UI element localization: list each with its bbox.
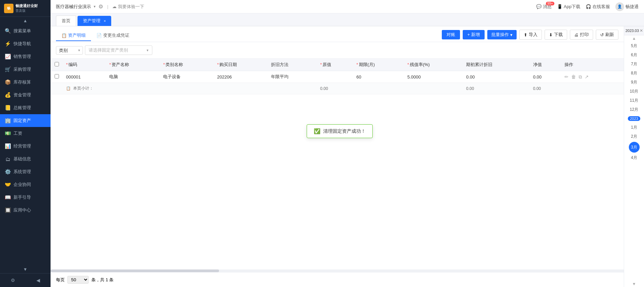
timeline-month-10月[interactable]: 10月 [624,87,644,96]
total-label: 条，共 1 条 [91,277,114,283]
th-period: *期限(月) [353,59,404,71]
topbar-settings-icon[interactable]: ⚙ [98,3,103,10]
sidebar-label-4: 库存核算 [13,79,31,85]
reconcile-btn[interactable]: 对账 [442,30,460,39]
sidebar-item-系统管理[interactable]: ⚙️系统管理 [0,165,51,178]
sidebar-scroll-up[interactable]: ▲ [0,17,51,25]
timeline-month-11月[interactable]: 11月 [624,96,644,105]
category-select-wrapper: 类别 [56,46,83,55]
company-dropdown-icon[interactable]: ▾ [94,4,96,9]
timeline-month-5月[interactable]: 5月 [624,41,644,51]
subtotal-original [268,83,317,94]
timeline-month-12月[interactable]: 12月 [624,105,644,114]
user-btn[interactable]: 👤 畅捷通 [615,2,639,11]
timeline-up-btn[interactable]: ▲ [624,35,644,41]
subtab-voucher[interactable]: 📄 变更生成凭证 [91,30,135,41]
sidebar-item-采购管理[interactable]: 🛒采购管理 [0,63,51,76]
logo-sub: 普及版 [16,8,38,13]
timeline-down-btn[interactable]: ▼ [624,281,644,287]
timeline-month-4月[interactable]: 4月 [624,153,644,162]
delete-icon[interactable]: 🗑 [571,74,576,79]
select-all-checkbox[interactable] [55,62,59,66]
th-net-value: 净值 [530,59,561,71]
sidebar-item-销售管理[interactable]: 📈销售管理 [0,50,51,63]
sidebar-scroll-down[interactable]: ▼ [0,265,51,273]
sidebar-item-基础信息[interactable]: 🗂基础信息 [0,153,51,165]
subtotal-initial: 0.00 [463,83,529,94]
sidebar-label-0: 搜索菜单 [13,28,31,34]
th-code: *编码 [63,59,106,71]
th-name: *资产名称 [106,59,160,71]
tab-asset-management[interactable]: 资产管理 × [78,16,111,26]
sidebar-icon-7: 🏢 [5,118,11,124]
sidebar-label-5: 资金管理 [13,92,31,98]
edit-icon[interactable]: ✏ [564,74,569,79]
message-btn[interactable]: 💬 消息 99+ [536,4,552,10]
timeline-month-3月[interactable]: 3月 [629,142,640,153]
table-wrapper[interactable]: *编码 *资产名称 *类别名称 *购买日期 折旧方法 *原值 *期限(月) *残… [51,59,624,269]
filter-bar: 类别 请选择固定资产类别 ▾ [51,42,624,59]
sidebar-item-企业协同[interactable]: 🤝企业协同 [0,178,51,191]
timeline-month-7月[interactable]: 7月 [624,60,644,69]
timeline-month-9月[interactable]: 9月 [624,78,644,87]
success-icon: ✅ [314,128,320,134]
sidebar-label-10: 基础信息 [13,156,31,162]
timeline-month-2月[interactable]: 2月 [624,132,644,141]
tab-close-icon[interactable]: × [104,19,106,23]
sidebar-item-工资[interactable]: 💵工资 [0,127,51,140]
print-btn[interactable]: 🖨 打印 [570,30,593,40]
horizontal-scrollbar[interactable] [51,269,624,272]
category-filter: 类别 请选择固定资产类别 ▾ [56,45,152,55]
timeline-month-1月[interactable]: 1月 [624,123,644,132]
category-select[interactable]: 类别 [56,46,83,55]
sidebar-collapse-btn[interactable]: ◀ [34,276,43,284]
more-icon[interactable]: ↗ [585,74,589,79]
sidebar-item-固定资产[interactable]: 🏢固定资产 [0,114,51,127]
sidebar-label-2: 销售管理 [13,54,31,60]
logo-text: 畅捷通好业财 [16,3,38,8]
copy-icon[interactable]: ⧉ [579,74,582,80]
feedback-link[interactable]: ☁ 我要体验一下 [112,4,144,10]
timeline-month-6月[interactable]: 6月 [624,51,644,60]
sidebar-item-库存核算[interactable]: 📦库存核算 [0,76,51,89]
online-service-btn[interactable]: 🎧 在线客服 [586,4,610,10]
tab-home[interactable]: 首页 [56,15,76,26]
sidebar-item-资金管理[interactable]: 💰资金管理 [0,89,51,101]
sidebar-item-快捷导航[interactable]: ⚡快捷导航 [0,37,51,50]
download-btn[interactable]: ⬇ 下载 [545,30,567,40]
sidebar-label-8: 工资 [13,130,22,136]
subtab-asset-detail[interactable]: 📋 资产明细 [56,30,91,41]
sidebar-label-9: 经营管理 [13,143,31,149]
sidebar-settings-btn[interactable]: ⚙ [8,276,18,284]
sidebar-icon-3: 🛒 [5,66,11,72]
service-icon: 🎧 [586,4,591,9]
sidebar-item-新手引导[interactable]: 📖新手引导 [0,191,51,204]
sidebar-label-12: 企业协同 [13,182,31,188]
batch-btn[interactable]: 批量操作 ▾ [487,30,517,39]
table-row: 000001 电脑 电子设备 202206 年限平均 60 5.0000 0.0… [51,71,624,83]
th-depreciation: 折旧方法 [268,59,317,71]
sidebar-icon-1: ⚡ [5,41,11,47]
timeline-close-btn[interactable]: ✕ [639,28,644,33]
sidebar-item-搜索菜单[interactable]: 🔍搜索菜单 [0,25,51,37]
refresh-btn[interactable]: ↺ 刷新 [596,30,618,40]
row-period: 60 [353,71,404,83]
app-download-btn[interactable]: 📱 App下载 [557,4,580,10]
batch-dropdown-icon: ▾ [510,32,513,37]
row-original-value [317,71,353,83]
timeline-header: 2023.03 ✕ ⬜ [624,26,644,35]
row-checkbox[interactable] [55,74,59,78]
timeline-month-8月[interactable]: 8月 [624,69,644,78]
category-value-select[interactable]: 请选择固定资产类别 ▾ [85,45,152,55]
new-btn[interactable]: + 新增 [463,30,485,39]
sidebar-item-应用中心[interactable]: 🔲应用中心 [0,204,51,217]
topbar-right: 💬 消息 99+ 📱 App下载 🎧 在线客服 👤 畅捷通 [536,2,639,11]
sidebar-item-经营管理[interactable]: 📊经营管理 [0,140,51,153]
avatar: 👤 [615,2,624,11]
import-btn[interactable]: ⬆ 导入 [519,30,542,40]
scrollbar-thumb[interactable] [51,269,219,272]
per-page-select[interactable]: 50 [67,276,89,284]
sidebar-icon-0: 🔍 [5,28,11,34]
sidebar-item-总账管理[interactable]: 📒总账管理 [0,101,51,114]
row-checkbox-cell [51,71,63,83]
